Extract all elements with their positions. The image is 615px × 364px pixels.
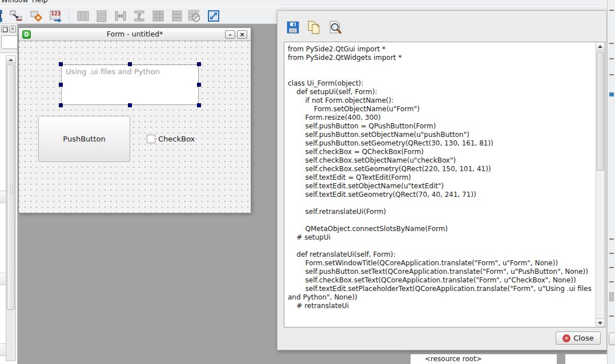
minimize-button[interactable]: - (225, 30, 235, 39)
edit-signals-slots-icon[interactable] (8, 8, 23, 23)
dock-mark (609, 43, 614, 44)
save-icon[interactable] (286, 20, 300, 35)
dock-mark (609, 253, 614, 254)
selected-row-mark (609, 92, 614, 96)
checkbox-widget[interactable]: CheckBox (147, 127, 204, 151)
layout-horizontally-icon[interactable] (75, 8, 90, 23)
edit-widgets-icon[interactable] (0, 8, 5, 23)
close-button-label: Close (573, 334, 593, 342)
form-window-titlebar[interactable]: D Form - untitled* - × (19, 28, 251, 41)
menu-item-window[interactable]: Window (1, 0, 28, 4)
widget-box-panel: × (0, 24, 18, 364)
dock-mark (609, 58, 614, 59)
scrollbar-grip (10, 185, 13, 193)
toolbar-separator (68, 10, 70, 21)
code-editor[interactable]: from PySide2.QtGui import * from PySide2… (284, 42, 605, 327)
adjust-size-icon[interactable] (206, 8, 221, 23)
scrollbar-thumb[interactable] (597, 52, 604, 171)
form-canvas[interactable]: Using .ui files and Python PushButton Ch… (19, 41, 251, 213)
partial-button[interactable] (609, 333, 615, 345)
generated-python-code[interactable]: from PySide2.QtGui import * from PySide2… (284, 42, 596, 327)
dock-float-icon[interactable] (1, 26, 8, 33)
edit-buddies-icon[interactable] (29, 8, 44, 23)
resource-root-item[interactable]: <resource root> (425, 355, 482, 363)
dock-close-icon[interactable]: × (9, 26, 16, 33)
layout-in-form-icon[interactable] (169, 8, 184, 23)
designer-form-window: D Form - untitled* - × Using .ui files a… (18, 27, 251, 213)
pushbutton-widget[interactable]: PushButton (38, 116, 130, 162)
dock-mark (609, 74, 614, 75)
dock-mark (609, 10, 614, 11)
menu-item-help[interactable]: Help (32, 0, 47, 4)
menu-bar: Window Help (0, 0, 615, 6)
layout-vertically-icon[interactable] (94, 8, 109, 23)
break-layout-icon[interactable] (186, 8, 202, 23)
dock-mark (609, 281, 614, 282)
widget-category-row[interactable] (0, 343, 6, 356)
widget-category-row[interactable] (0, 273, 6, 285)
dock-mark (609, 238, 614, 240)
right-dock-sliver (607, 0, 615, 364)
widget-category-row[interactable] (0, 191, 6, 203)
splitter-grip[interactable] (609, 292, 614, 301)
edit-tab-order-icon[interactable]: 123 (48, 8, 63, 23)
widget-filter-input[interactable] (1, 35, 18, 49)
resource-tree[interactable]: <resource root> (410, 354, 557, 364)
close-button[interactable]: × (237, 30, 247, 39)
close-circle-icon: ✕ (562, 334, 570, 342)
application-window: Window Help 123 (0, 0, 615, 364)
svg-text:123: 123 (51, 11, 61, 17)
widget-box-list (0, 52, 18, 364)
copy-icon[interactable] (307, 20, 321, 35)
code-preview-dialog: from PySide2.QtGui import * from PySide2… (277, 10, 607, 350)
code-scrollbar[interactable] (596, 42, 605, 327)
layout-vertically-in-splitter-icon[interactable] (131, 8, 147, 23)
scrollbar-thumb[interactable] (7, 64, 15, 310)
dock-mark (609, 316, 614, 317)
scroll-down-icon[interactable] (596, 318, 605, 327)
scroll-up-icon[interactable] (596, 42, 605, 51)
scroll-up-icon[interactable] (6, 56, 15, 63)
widget-box-scrollbar[interactable] (6, 55, 16, 361)
layout-in-grid-icon[interactable] (150, 8, 166, 23)
form-window-title: Form - untitled* (19, 30, 251, 38)
find-icon[interactable] (328, 20, 343, 35)
dialog-toolbar (286, 20, 343, 35)
dialog-close-button[interactable]: ✕ Close (556, 331, 601, 345)
textedit-widget[interactable]: Using .ui files and Python (61, 64, 199, 105)
checkbox-box[interactable] (147, 135, 155, 143)
checkbox-label: CheckBox (158, 135, 195, 143)
layout-horizontally-in-splitter-icon[interactable] (112, 8, 128, 23)
dock-mark (609, 267, 614, 268)
